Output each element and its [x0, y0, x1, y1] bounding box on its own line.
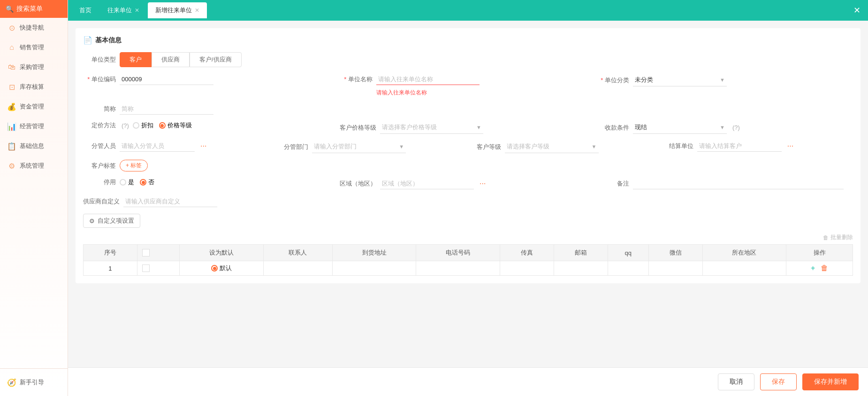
settlement-unit-input[interactable]: [697, 140, 782, 152]
disabled-no-option[interactable]: 否: [140, 178, 154, 186]
unit-type-group: 单位类型 客户 供应商 客户/供应商: [83, 52, 853, 67]
tab-new-partner[interactable]: 新增往来单位 ✕: [148, 2, 207, 18]
payment-terms-select[interactable]: 现结 ▼: [633, 121, 727, 134]
supplier-custom-input[interactable]: [123, 196, 217, 207]
main-area: 首页 往来单位 ✕ 新增往来单位 ✕ ✕ 📄 基本信息 单位类型 客户: [68, 0, 868, 396]
section-title: 📄 基本信息: [83, 36, 853, 45]
customer-level-select[interactable]: 请选择客户等级 ▼: [505, 140, 599, 153]
sidebar-item-label: 采购管理: [20, 63, 44, 71]
disabled-yes-radio: [120, 179, 126, 186]
contact-table: 序号 设为默认 联系人 到货地址 电话号码 传真 邮箱 qq 微信 所在地区 操…: [83, 244, 853, 276]
sidebar-item-label: 新手引导: [20, 378, 44, 387]
save-new-button[interactable]: 保存并新增: [802, 373, 859, 390]
sidebar-item-operations[interactable]: 📊 经营管理: [0, 116, 68, 136]
disabled-label: 停用: [83, 178, 116, 186]
pricing-discount-label: 折扣: [141, 121, 153, 130]
unit-category-select[interactable]: 未分类 ▼: [633, 74, 727, 86]
row-phone: [416, 261, 500, 276]
tab-new-partner-close[interactable]: ✕: [195, 7, 199, 14]
col-actions: 操作: [786, 245, 853, 261]
payment-terms-label: 收款条件: [596, 124, 629, 132]
tab-home[interactable]: 首页: [72, 2, 99, 18]
sidebar-item-system[interactable]: ⚙ 系统管理: [0, 156, 68, 176]
sidebar-item-purchase[interactable]: 🛍 采购管理: [0, 57, 68, 77]
customer-price-level-chevron: ▼: [476, 124, 481, 130]
sidebar-item-label: 系统管理: [20, 162, 44, 170]
sidebar-search[interactable]: 🔍 搜索菜单: [0, 0, 68, 18]
dept-label: 分管部门: [275, 143, 308, 151]
tab-partner-list[interactable]: 往来单位 ✕: [100, 2, 147, 18]
pricing-level-radio: [159, 122, 166, 129]
payment-terms-chevron: ▼: [720, 124, 725, 130]
unit-type-both[interactable]: 客户/供应商: [190, 52, 242, 67]
disabled-yes-option[interactable]: 是: [120, 178, 134, 186]
pricing-help-icon[interactable]: (?): [122, 122, 129, 129]
manager-ellipsis[interactable]: ···: [198, 142, 208, 150]
unit-name-label: 单位名称: [340, 75, 373, 84]
pricing-discount-option[interactable]: 折扣: [133, 121, 153, 130]
row-default-label: 默认: [220, 264, 232, 272]
unit-name-input[interactable]: [376, 74, 480, 85]
table-section: 🗑 批量删除 序号 设为默认 联系人 到货地址 电话号码 传真 邮箱: [83, 233, 853, 276]
table-row: 1 默认: [84, 261, 853, 276]
payment-terms-group: 收款条件 现结 ▼ (?): [596, 121, 853, 134]
row-wechat: [648, 261, 702, 276]
row-checkbox[interactable]: [137, 261, 180, 276]
abbr-input[interactable]: [120, 103, 213, 115]
unit-category-chevron: ▼: [720, 77, 725, 83]
pricing-discount-radio: [133, 122, 139, 129]
disabled-no-radio: [140, 179, 146, 186]
tab-partner-list-close[interactable]: ✕: [135, 7, 139, 14]
col-contact: 联系人: [264, 245, 333, 261]
customer-price-level-select[interactable]: 请选择客户价格等级 ▼: [380, 121, 483, 134]
search-icon: 🔍: [6, 5, 14, 13]
dept-group: 分管部门 请输入分管部门 ▼: [275, 140, 468, 153]
select-all-checkbox[interactable]: [142, 249, 150, 256]
page-content: 📄 基本信息 单位类型 客户 供应商 客户/供应商 单位编码: [68, 21, 868, 367]
sidebar-item-inventory[interactable]: ⊡ 库存核算: [0, 77, 68, 97]
del-row-button[interactable]: 🗑: [821, 264, 828, 272]
region-input[interactable]: [380, 178, 474, 189]
sidebar-item-quick-nav[interactable]: ⊙ 快捷导航: [0, 18, 68, 38]
unit-type-supplier[interactable]: 供应商: [152, 52, 190, 67]
row-default-radio[interactable]: 默认: [184, 264, 259, 272]
basic-info-card: 📄 基本信息 单位类型 客户 供应商 客户/供应商 单位编码: [76, 28, 860, 283]
manager-row: 分管人员 ··· 分管部门 请输入分管部门 ▼ 客户等级 请选择客户等级 ▼: [83, 140, 853, 153]
manager-input[interactable]: [120, 140, 195, 152]
sidebar-item-sales[interactable]: ⌂ 销售管理: [0, 38, 68, 57]
col-default: 设为默认: [180, 245, 264, 261]
col-email: 邮箱: [554, 245, 608, 261]
unit-category-group: 单位分类 未分类 ▼: [596, 74, 853, 86]
unit-code-name-row: 单位编码 单位名称 请输入往来单位名称 单位分类 未分类: [83, 74, 853, 97]
tab-home-label: 首页: [79, 6, 91, 15]
sidebar-item-label: 经营管理: [20, 122, 44, 131]
operations-icon: 📊: [8, 122, 16, 131]
finance-icon: 💰: [8, 102, 16, 111]
abbr-label: 简称: [83, 105, 116, 113]
custom-settings-button[interactable]: ⚙ 自定义项设置: [83, 214, 140, 228]
form-footer: 取消 保存 保存并新增: [68, 367, 868, 396]
save-button[interactable]: 保存: [760, 373, 797, 390]
customer-level-group: 客户等级 请选择客户等级 ▼: [468, 140, 661, 153]
cancel-button[interactable]: 取消: [718, 373, 754, 390]
batch-delete[interactable]: 🗑 批量删除: [83, 233, 853, 241]
add-tag-button[interactable]: + 标签: [120, 160, 148, 171]
payment-help-icon[interactable]: (?): [732, 124, 740, 131]
tabbar-close-button[interactable]: ✕: [850, 3, 864, 17]
remarks-input[interactable]: [633, 178, 844, 189]
supplier-custom-group: 供应商自定义: [83, 196, 853, 207]
tab-new-partner-label: 新增往来单位: [155, 6, 192, 15]
region-ellipsis[interactable]: ···: [478, 179, 487, 188]
guide-icon: 🧭: [8, 378, 16, 387]
sidebar-item-guide[interactable]: 🧭 新手引导: [0, 373, 68, 392]
manager-group: 分管人员 ···: [83, 140, 275, 152]
row-checkbox-input[interactable]: [142, 264, 150, 272]
sidebar-item-finance[interactable]: 💰 资金管理: [0, 97, 68, 116]
sidebar-item-basic-info[interactable]: 📋 基础信息: [0, 136, 68, 156]
unit-type-customer[interactable]: 客户: [120, 52, 152, 67]
unit-code-input[interactable]: [120, 74, 213, 85]
add-row-button[interactable]: +: [811, 264, 815, 272]
settlement-unit-ellipsis[interactable]: ···: [785, 142, 795, 150]
pricing-level-option[interactable]: 价格等级: [159, 121, 192, 130]
dept-select[interactable]: 请输入分管部门 ▼: [312, 140, 406, 153]
